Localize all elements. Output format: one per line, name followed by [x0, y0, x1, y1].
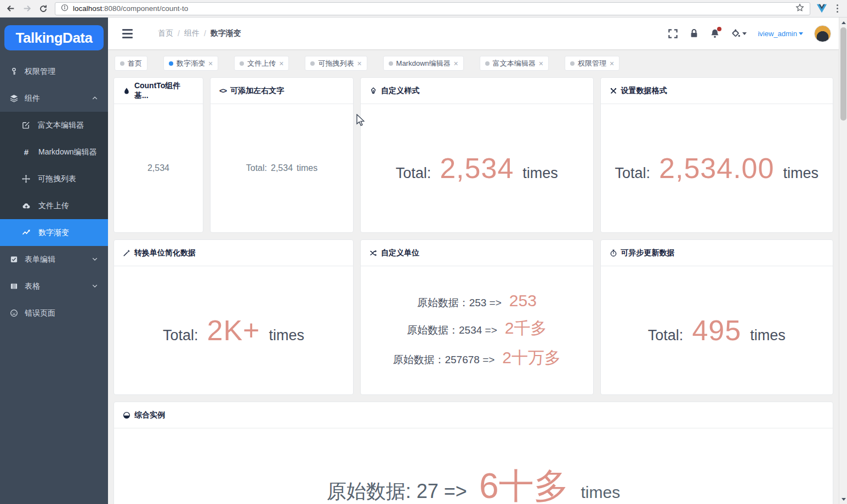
- compose-icon: [22, 121, 30, 129]
- sidebar-item-components[interactable]: 组件: [0, 85, 108, 112]
- count-suffix: times: [581, 483, 621, 502]
- card-custom-unit: 自定义单位 原始数据：253 => 253 原始数据：2534 => 2千多 原…: [360, 239, 594, 395]
- card-header: <> 可添加左右文字: [211, 78, 353, 104]
- sidebar-menu: 权限管理 组件 富文本编辑器 # Markdown编辑器 可拖拽列表: [0, 58, 108, 327]
- sidebar-item-label: 表单编辑: [25, 255, 55, 265]
- tab-rich-editor[interactable]: 富文本编辑器 ×: [480, 56, 549, 71]
- bell-icon[interactable]: [710, 28, 720, 38]
- back-icon[interactable]: [5, 4, 15, 14]
- theme-bucket-icon[interactable]: [731, 28, 747, 38]
- card-combined-example: 综合实例 原始数据: 27 => 6十多 times: [113, 402, 833, 504]
- user-dropdown[interactable]: iview_admin: [758, 30, 803, 38]
- sidebar-subitem-rich-editor[interactable]: 富文本编辑器: [0, 112, 108, 139]
- sidebar-item-error-page[interactable]: 错误页面: [0, 300, 108, 327]
- raw-data-label: 原始数据：253 =>: [417, 296, 502, 310]
- close-icon[interactable]: ×: [279, 60, 283, 67]
- vue-devtools-icon[interactable]: [817, 4, 827, 14]
- components-submenu: 富文本编辑器 # Markdown编辑器 可拖拽列表 文件上传 数字渐变: [0, 112, 108, 246]
- card-title: 自定义单位: [381, 248, 419, 258]
- trending-up-icon: [22, 228, 31, 237]
- unit-row: 原始数据：257678 => 2十万多: [393, 347, 561, 369]
- sidebar-subitem-count-to[interactable]: 数字渐变: [0, 219, 108, 246]
- converted-value: 6十多: [479, 462, 569, 504]
- card-header: 综合实例: [114, 402, 833, 428]
- converted-value: 2十万多: [502, 347, 561, 369]
- sidebar-item-label: 组件: [25, 94, 40, 104]
- close-icon[interactable]: ×: [357, 60, 361, 67]
- tab-dot-icon: [389, 61, 393, 66]
- scrollbar-thumb[interactable]: [840, 27, 846, 121]
- count-value: 2,534.00: [659, 152, 774, 185]
- count-prefix: Total:: [396, 165, 431, 182]
- address-bar[interactable]: localhost:8080/component/count-to: [55, 2, 810, 15]
- tab-draggable-list[interactable]: 可拖拽列表 ×: [305, 56, 367, 71]
- tab-label: 文件上传: [247, 59, 276, 68]
- sidebar: TalkingData 权限管理 组件 富文本编辑器 # Markdown编辑器: [0, 18, 108, 504]
- count-line: Total: 2,534.00 times: [615, 152, 818, 185]
- sidebar-subitem-markdown-editor[interactable]: # Markdown编辑器: [0, 139, 108, 165]
- tab-auth-manage[interactable]: 权限管理 ×: [565, 56, 619, 71]
- sidebar-item-auth-manage[interactable]: 权限管理: [0, 58, 108, 85]
- count-suffix: times: [783, 165, 818, 182]
- page-scrollbar: [839, 18, 847, 504]
- count-line: Total: 2K+ times: [163, 314, 304, 347]
- checkbox-icon: [10, 255, 18, 264]
- url-text: localhost:8080/component/count-to: [73, 4, 188, 13]
- forward-icon[interactable]: [22, 4, 32, 14]
- sad-face-icon: [10, 309, 18, 317]
- card-async-update: 可异步更新数据 Total: 495 times: [600, 239, 834, 395]
- sidebar-subitem-draggable-list[interactable]: 可拖拽列表: [0, 165, 108, 192]
- card-title: 综合实例: [134, 410, 165, 420]
- count-prefix: Total:: [246, 163, 267, 173]
- tab-file-upload[interactable]: 文件上传 ×: [234, 56, 289, 71]
- unit-row: 原始数据：2534 => 2千多: [407, 317, 547, 340]
- sidebar-item-form-edit[interactable]: 表单编辑: [0, 246, 108, 273]
- tools-icon: [610, 87, 617, 95]
- bookmark-star-icon[interactable]: [795, 3, 804, 14]
- stopwatch-icon: [610, 249, 617, 257]
- lock-icon[interactable]: [689, 28, 699, 38]
- hamburger-menu-icon[interactable]: [119, 26, 136, 42]
- card-header: 自定义样式: [361, 78, 593, 104]
- chevron-up-icon: [92, 94, 98, 103]
- sidebar-item-label: 权限管理: [25, 67, 55, 77]
- count-value: 495: [692, 314, 741, 347]
- browser-menu-icon[interactable]: [833, 3, 842, 14]
- reload-icon[interactable]: [38, 4, 48, 14]
- card-countto-basic: CountTo组件基... 2,534: [113, 77, 203, 233]
- cards-grid: CountTo组件基... 2,534 <> 可添加左右文字 Total: 2,…: [108, 71, 839, 504]
- tab-home[interactable]: 首页: [115, 56, 147, 71]
- close-icon[interactable]: ×: [539, 60, 543, 67]
- avatar[interactable]: [814, 25, 831, 42]
- tab-label: 富文本编辑器: [493, 59, 536, 68]
- scroll-up-arrow-icon[interactable]: [839, 19, 847, 26]
- sidebar-item-table[interactable]: 表格: [0, 273, 108, 300]
- tab-dot-icon: [169, 61, 173, 66]
- chevron-down-icon: [92, 282, 98, 291]
- cloud-upload-icon: [22, 202, 31, 210]
- scroll-down-arrow-icon[interactable]: [839, 495, 847, 503]
- count-suffix: times: [750, 327, 786, 344]
- card-title: 转换单位简化数据: [134, 248, 196, 258]
- hash-icon: #: [22, 147, 31, 157]
- move-icon: [22, 175, 30, 183]
- header-actions: iview_admin: [668, 25, 839, 42]
- count-suffix: times: [522, 165, 558, 182]
- fullscreen-icon[interactable]: [668, 28, 678, 39]
- sidebar-item-label: 文件上传: [38, 201, 69, 211]
- sidebar-item-label: 可拖拽列表: [38, 174, 76, 184]
- drop-icon: [123, 87, 130, 95]
- sidebar-subitem-file-upload[interactable]: 文件上传: [0, 192, 108, 219]
- tab-count-to[interactable]: 数字渐变 ×: [163, 56, 218, 71]
- card-header: CountTo组件基...: [114, 78, 203, 104]
- sidebar-item-label: 富文本编辑器: [38, 121, 84, 130]
- breadcrumb-home[interactable]: 首页: [158, 28, 173, 38]
- tab-markdown-editor[interactable]: Markdown编辑器 ×: [383, 56, 464, 71]
- close-icon[interactable]: ×: [454, 60, 458, 67]
- close-icon[interactable]: ×: [610, 60, 614, 67]
- close-icon[interactable]: ×: [208, 60, 213, 67]
- count-prefix: Total:: [615, 165, 651, 182]
- tab-label: 权限管理: [578, 59, 606, 68]
- page-info-icon[interactable]: [61, 4, 69, 14]
- breadcrumb-section[interactable]: 组件: [184, 28, 200, 38]
